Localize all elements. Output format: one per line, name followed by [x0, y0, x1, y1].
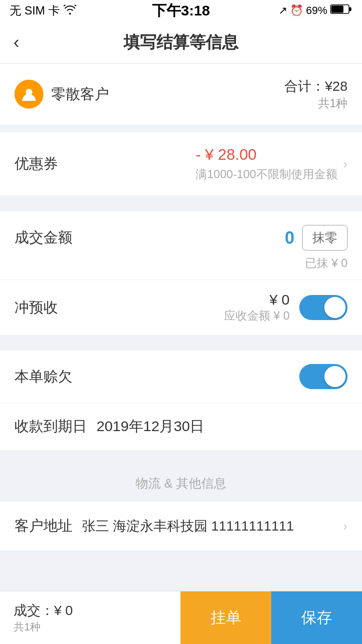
deal-row: 成交金额 0 抹零 [0, 211, 362, 255]
divider-1 [0, 204, 362, 211]
status-bar-right: ↗ ⏰ 69% [278, 4, 352, 17]
nav-bar: ‹ 填写结算等信息 [0, 21, 362, 64]
coupon-label: 优惠券 [14, 154, 58, 174]
debt-label: 本单赊欠 [14, 367, 72, 387]
footer-count: 共1种 [14, 620, 167, 634]
coupon-right: - ¥ 28.00 满1000-100不限制使用金额 › [195, 146, 348, 182]
customer-left: 零散客户 [14, 80, 109, 109]
page-title: 填写结算等信息 [124, 31, 238, 54]
svg-rect-2 [332, 6, 344, 13]
status-bar: 无 SIM 卡 下午3:18 ↗ ⏰ 69% [0, 0, 362, 21]
debt-toggle[interactable] [299, 364, 348, 389]
battery-percent: 69% [306, 4, 327, 17]
debt-row: 本单赊欠 [0, 350, 362, 403]
battery-icon [330, 4, 352, 17]
charge-row: 冲预收 ¥ 0 应收金额 ¥ 0 [0, 280, 362, 335]
logistics-header: 物流 & 其他信息 [0, 465, 362, 502]
wifi-icon [64, 4, 76, 17]
no-sim-label: 无 SIM 卡 [10, 3, 60, 18]
customer-section: 零散客户 合计：¥28 共1种 [0, 64, 362, 125]
deal-value: 0 [285, 228, 294, 248]
address-section: 客户地址 张三 海淀永丰科技园 11111111111 › [0, 502, 362, 550]
due-date-value: 2019年12月30日 [97, 417, 204, 436]
footer: 成交：¥ 0 共1种 挂单 保存 [0, 591, 362, 644]
charge-right: ¥ 0 应收金额 ¥ 0 [224, 292, 348, 323]
coupon-sub: 满1000-100不限制使用金额 [195, 167, 337, 182]
customer-right: 合计：¥28 共1种 [284, 77, 348, 111]
footer-deal-label: 成交： [14, 603, 54, 618]
coupon-section: 优惠券 - ¥ 28.00 满1000-100不限制使用金额 › [0, 132, 362, 196]
date-row: 收款到期日 2019年12月30日 [0, 403, 362, 450]
deal-sub: 已抹 ¥ 0 [0, 255, 362, 280]
coupon-row[interactable]: 优惠券 - ¥ 28.00 满1000-100不限制使用金额 › [0, 132, 362, 196]
debt-section: 本单赊欠 收款到期日 2019年12月30日 [0, 350, 362, 450]
customer-total: 合计：¥28 [284, 77, 348, 96]
back-button[interactable]: ‹ [14, 32, 19, 53]
deal-right: 0 抹零 [285, 225, 348, 251]
save-button[interactable]: 保存 [271, 591, 362, 644]
footer-info: 成交：¥ 0 共1种 [0, 591, 181, 644]
pending-button[interactable]: 挂单 [181, 591, 271, 644]
customer-name: 零散客户 [51, 84, 109, 104]
status-bar-time: 下午3:18 [152, 1, 210, 21]
charge-values: ¥ 0 应收金额 ¥ 0 [224, 292, 290, 323]
divider-2 [0, 343, 362, 350]
logistics-header-text: 物流 & 其他信息 [136, 476, 226, 490]
address-label: 客户地址 [14, 516, 72, 536]
location-icon: ↗ [278, 4, 287, 17]
charge-toggle[interactable] [299, 295, 348, 320]
deal-section: 成交金额 0 抹零 已抹 ¥ 0 冲预收 ¥ 0 应收金额 ¥ 0 [0, 211, 362, 335]
footer-deal-value: ¥ 0 [54, 603, 73, 618]
charge-label: 冲预收 [14, 298, 58, 318]
coupon-value-container: - ¥ 28.00 满1000-100不限制使用金额 [195, 146, 337, 182]
charge-main-value: ¥ 0 [224, 292, 290, 308]
address-row[interactable]: 客户地址 张三 海淀永丰科技园 11111111111 › [0, 502, 362, 550]
status-bar-left: 无 SIM 卡 [10, 3, 76, 18]
customer-row: 零散客户 合计：¥28 共1种 [0, 64, 362, 125]
divider-3 [0, 458, 362, 465]
customer-avatar [14, 80, 43, 109]
coupon-chevron-icon: › [343, 156, 348, 172]
coupon-value: - ¥ 28.00 [195, 146, 337, 164]
footer-deal: 成交：¥ 0 [14, 602, 167, 620]
round-off-button[interactable]: 抹零 [302, 225, 348, 251]
svg-rect-1 [349, 7, 351, 11]
deal-label: 成交金额 [14, 228, 72, 248]
alarm-icon: ⏰ [290, 4, 303, 17]
address-value: 张三 海淀永丰科技园 11111111111 [82, 517, 338, 535]
charge-sub-value: 应收金额 ¥ 0 [224, 308, 290, 323]
customer-count: 共1种 [284, 96, 348, 111]
address-chevron-icon: › [343, 518, 348, 534]
due-date-label: 收款到期日 [14, 417, 87, 436]
